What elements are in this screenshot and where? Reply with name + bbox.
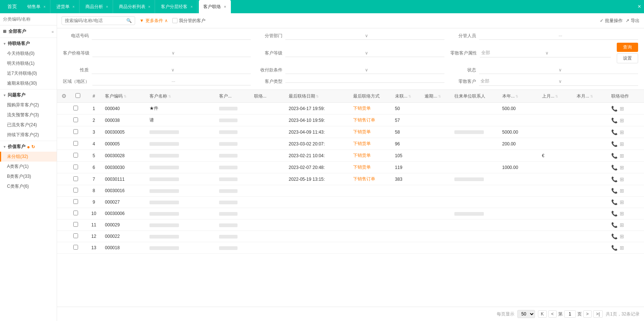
sidebar-search-input[interactable] <box>3 17 57 22</box>
sidebar-item-today[interactable]: 今天待联络(0) <box>0 49 57 59</box>
sidebar-item-classA[interactable]: A类客户(1) <box>0 162 57 172</box>
person-select[interactable]: ··· <box>479 32 638 40</box>
sidebar-item-ungrouped[interactable]: 未分组(32) <box>0 152 57 162</box>
gender-select[interactable]: ∨ <box>92 66 251 74</box>
phone-action-icon[interactable]: 📞 <box>611 245 617 251</box>
custype-select[interactable] <box>285 80 444 83</box>
row-checkbox[interactable] <box>73 233 78 238</box>
row-checkbox[interactable] <box>73 222 78 227</box>
lastway-link[interactable]: 下销货单 <box>353 141 371 146</box>
grid-action-icon[interactable]: ⊞ <box>620 245 624 251</box>
grid-action-icon[interactable]: ⊞ <box>620 199 624 205</box>
retail-select[interactable]: 全部 ∨ <box>479 77 638 86</box>
row-checkbox[interactable] <box>73 245 78 250</box>
phone-action-icon[interactable]: 📞 <box>611 176 617 182</box>
reset-button[interactable]: 设置 <box>617 53 638 63</box>
row-checkbox[interactable] <box>73 106 78 110</box>
lastway-link[interactable]: 下销货单 <box>353 106 371 111</box>
phone-action-icon[interactable]: 📞 <box>611 199 617 205</box>
sidebar-item-overdue[interactable]: 逾期未联络(30) <box>0 78 57 88</box>
sidebar-all-customers[interactable]: ⊞ 全部客户 « <box>0 25 57 37</box>
row-checkbox[interactable] <box>73 165 78 169</box>
page-first-button[interactable]: K <box>538 310 547 318</box>
page-size-select[interactable]: 50 <box>517 310 535 318</box>
page-last-button[interactable]: >| <box>593 310 603 318</box>
phone-input[interactable] <box>92 32 251 40</box>
nav-tab-analysis-list[interactable]: 商品分析列表 × <box>115 0 155 13</box>
th-thisyear[interactable]: 本年... <box>500 90 540 103</box>
sidebar-item-tomorrow[interactable]: 明天待联络(1) <box>0 59 57 68</box>
settings-icon[interactable]: ⚙ <box>61 93 66 99</box>
grid-action-icon[interactable]: ⊞ <box>620 106 624 112</box>
sidebar-item-lost[interactable]: 已流失客户(24) <box>0 120 57 130</box>
grid-action-icon[interactable]: ⊞ <box>620 176 624 182</box>
grid-action-icon[interactable]: ⊞ <box>620 117 624 123</box>
status-select[interactable]: ∨ <box>479 66 638 74</box>
th-settings[interactable]: ⚙ <box>57 90 71 103</box>
close-tab-customer-contact[interactable]: × <box>224 5 226 9</box>
row-checkbox[interactable] <box>73 141 78 146</box>
nav-tab-purchase[interactable]: 进货单 × <box>52 0 80 13</box>
my-customers-checkbox[interactable] <box>172 18 177 23</box>
sidebar-item-classB[interactable]: B类客户(33) <box>0 172 57 181</box>
lastway-link[interactable]: 下销货单 <box>353 129 371 134</box>
sidebar-item-classC[interactable]: C类客户(6) <box>0 181 57 191</box>
sidebar-group-pending[interactable]: ▼ 待联络客户 <box>0 39 57 49</box>
row-checkbox[interactable] <box>73 129 78 134</box>
phone-action-icon[interactable]: 📞 <box>611 141 617 147</box>
phone-action-icon[interactable]: 📞 <box>611 117 617 123</box>
nav-tab-customer-seg[interactable]: 客户分层经客 × <box>156 0 197 13</box>
retailattr-select[interactable]: 全部 ∨ <box>480 49 611 57</box>
grid-action-icon[interactable]: ⊞ <box>620 141 624 147</box>
close-tab-analysis[interactable]: × <box>106 5 108 9</box>
grid-action-icon[interactable]: ⊞ <box>620 211 624 216</box>
select-all-checkbox[interactable] <box>75 93 80 98</box>
grid-action-icon[interactable]: ⊞ <box>620 129 624 135</box>
row-checkbox[interactable] <box>73 199 78 204</box>
sidebar-item-declining[interactable]: 持续下滑客户(2) <box>0 130 57 140</box>
grid-action-icon[interactable]: ⊞ <box>620 233 624 239</box>
th-uncontact[interactable]: 未联... <box>393 90 423 103</box>
dept-select[interactable]: ∨ <box>285 32 444 40</box>
lastway-link[interactable]: 下销售订单 <box>353 117 375 123</box>
th-overdue[interactable]: 逾期... <box>422 90 452 103</box>
page-prev-button[interactable]: < <box>548 310 557 318</box>
grid-action-icon[interactable]: ⊞ <box>620 165 624 170</box>
sidebar-item-losswarning[interactable]: 流失预警客户(3) <box>0 110 57 120</box>
pricelevel-select[interactable]: ∨ <box>92 49 251 57</box>
nav-home[interactable]: 首页 <box>3 2 21 11</box>
page-number-input[interactable] <box>564 310 576 318</box>
lastway-link[interactable]: 下销售订单 <box>353 176 375 181</box>
sidebar-group-problem[interactable]: ▼ 问题客户 <box>0 90 57 100</box>
close-all-tabs[interactable]: × <box>638 3 641 10</box>
th-code[interactable]: 客户编码 <box>103 90 147 103</box>
th-lastdate[interactable]: 最后联络日期 <box>286 90 351 103</box>
close-tab-customer-seg[interactable]: × <box>190 5 193 9</box>
th-name[interactable]: 客户名称 <box>147 90 217 103</box>
nav-tab-sales[interactable]: 销售单 × <box>23 0 50 13</box>
phone-action-icon[interactable]: 📞 <box>611 106 617 112</box>
sidebar-item-7days[interactable]: 近7天待联络(0) <box>0 68 57 78</box>
close-tab-purchase[interactable]: × <box>73 5 75 9</box>
grid-action-icon[interactable]: ⊞ <box>620 153 624 159</box>
phone-action-icon[interactable]: 📞 <box>611 165 617 170</box>
filter-search-icon[interactable]: 🔍 <box>126 18 132 23</box>
area-select[interactable]: ··· <box>92 78 251 85</box>
th-thismonth[interactable]: 本月... <box>574 90 609 103</box>
payment-select[interactable]: ∨ <box>285 66 444 74</box>
filter-search-input[interactable] <box>65 18 124 23</box>
sidebar-item-hoarding[interactable]: 囤购异常客户(2) <box>0 100 57 110</box>
nav-tab-customer-contact[interactable]: 客户联络 × <box>199 0 231 13</box>
lastway-link[interactable]: 下销货单 <box>353 165 371 170</box>
lastway-link[interactable]: 下销货单 <box>353 153 371 158</box>
row-checkbox[interactable] <box>73 176 78 181</box>
row-checkbox[interactable] <box>73 153 78 158</box>
export-button[interactable]: ↗ 导出 <box>626 18 640 24</box>
row-checkbox[interactable] <box>73 211 78 215</box>
phone-action-icon[interactable]: 📞 <box>611 222 617 228</box>
query-button[interactable]: 查询 <box>617 43 638 52</box>
cuslevel-select[interactable]: ∨ <box>285 49 444 57</box>
page-next-button[interactable]: > <box>583 310 592 318</box>
phone-action-icon[interactable]: 📞 <box>611 188 617 194</box>
close-tab-analysis-list[interactable]: × <box>148 5 151 9</box>
